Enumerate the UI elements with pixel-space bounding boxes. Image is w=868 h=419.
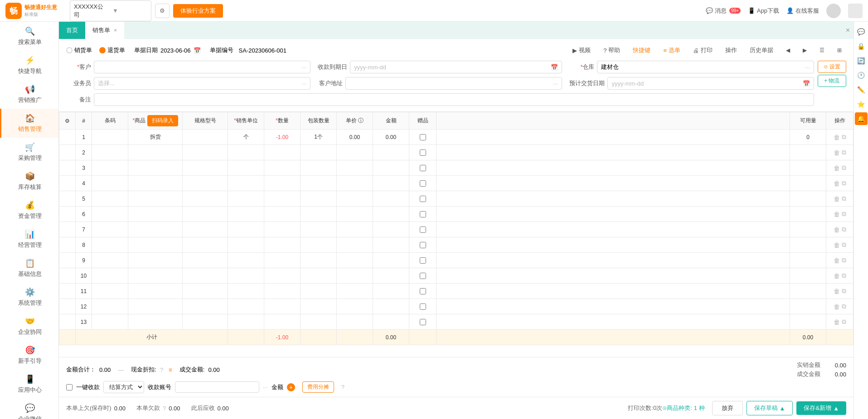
video-button[interactable]: ▶ 视频 xyxy=(568,44,595,56)
company-settings-button[interactable]: ⚙ xyxy=(155,4,170,18)
calendar-icon[interactable]: 📅 xyxy=(194,47,201,54)
online-service-item[interactable]: 👤 在线客服 xyxy=(786,7,819,15)
customer-input[interactable]: ··· xyxy=(94,61,310,73)
sidebar-item-guide[interactable]: 🎯 新手引导 xyxy=(0,341,58,370)
one-click-pay-checkbox[interactable] xyxy=(66,384,73,390)
scan-btn[interactable]: 扫码录入 xyxy=(147,115,178,126)
copy-icon[interactable]: ⧉ xyxy=(842,195,846,202)
setup-button[interactable]: ⊙ 设置 xyxy=(818,61,846,73)
copy-icon[interactable]: ⧉ xyxy=(842,241,846,249)
tab-sales-order[interactable]: 销售单 × xyxy=(85,22,124,39)
copy-icon[interactable]: ⧉ xyxy=(842,149,846,156)
del-icon[interactable]: 🗑 xyxy=(834,180,840,187)
dots-icon[interactable]: ··· xyxy=(263,384,268,390)
copy-icon[interactable]: ⧉ xyxy=(842,164,846,172)
del-icon[interactable]: 🗑 xyxy=(834,195,840,202)
app-download-item[interactable]: 📱 App下载 xyxy=(748,7,779,15)
add-payment-button[interactable]: + xyxy=(287,383,295,391)
operations-button[interactable]: 操作 xyxy=(721,44,742,56)
copy-icon[interactable]: ⧉ xyxy=(842,226,846,233)
copy-icon[interactable]: ⧉ xyxy=(842,287,846,295)
print-button[interactable]: 🖨 打印 xyxy=(689,44,717,56)
row-pack[interactable]: 1个 xyxy=(301,130,337,145)
copy-icon[interactable]: ⧉ xyxy=(842,210,846,218)
row-price[interactable]: 0.00 xyxy=(337,130,373,145)
del-icon[interactable]: 🗑 xyxy=(834,211,840,218)
debt-help-icon[interactable]: ? xyxy=(163,405,166,412)
discount-help-icon[interactable]: ? xyxy=(160,366,163,373)
salesperson-input[interactable]: 选择... ··· xyxy=(94,77,310,90)
row-gift[interactable] xyxy=(409,130,436,145)
prev-button[interactable]: ◀ xyxy=(781,45,795,55)
sidebar-item-inventory[interactable]: 📦 库存核算 xyxy=(0,167,58,196)
sidebar-item-operations[interactable]: 📊 经营管理 xyxy=(0,225,58,254)
rs-star-icon[interactable]: ⭐ xyxy=(855,98,868,111)
logistics-button[interactable]: + 物流 xyxy=(818,75,846,87)
customer-addr-input[interactable]: ··· xyxy=(345,77,562,90)
account-input[interactable] xyxy=(175,381,259,393)
settlement-select[interactable]: 结算方式 xyxy=(103,381,144,393)
notes-input[interactable] xyxy=(94,93,814,106)
customer-dots-icon[interactable]: ··· xyxy=(301,64,306,71)
due-date-calendar-icon[interactable]: 📅 xyxy=(551,64,558,71)
sidebar-item-system[interactable]: ⚙️ 系统管理 xyxy=(0,283,58,312)
addr-dots-icon[interactable]: ··· xyxy=(553,80,558,87)
sidebar-item-wechat[interactable]: 💬 企业微信 xyxy=(0,399,58,419)
save-draft-button[interactable]: 保存草稿 ▲ xyxy=(747,401,793,415)
row-goods[interactable]: 拆货 xyxy=(128,130,183,145)
warehouse-dots-icon[interactable]: ··· xyxy=(805,64,810,71)
del-icon[interactable]: 🗑 xyxy=(834,226,840,233)
due-date-input[interactable]: yyyy-mm-dd 📅 xyxy=(350,61,562,73)
del-icon[interactable]: 🗑 xyxy=(834,257,840,264)
grid-view-button[interactable]: ⊞ xyxy=(833,45,846,55)
del-icon[interactable]: 🗑 xyxy=(834,288,840,295)
copy-icon[interactable]: ⧉ xyxy=(842,179,846,187)
del-icon[interactable]: 🗑 xyxy=(834,318,840,326)
message-item[interactable]: 💬 消息 99+ xyxy=(706,7,741,15)
row-copy-icon[interactable]: ⧉ xyxy=(842,133,846,141)
rs-lock-icon[interactable]: 🔒 xyxy=(855,40,868,53)
sidebar-item-sales[interactable]: 🏠 销售管理 xyxy=(0,109,58,138)
del-icon[interactable]: 🗑 xyxy=(834,303,840,310)
company-selector[interactable]: XXXXXX公司 ▼ xyxy=(70,0,151,21)
close-all-tabs-button[interactable]: × xyxy=(846,26,850,34)
list-view-button[interactable]: ☰ xyxy=(815,45,829,55)
sidebar-item-base-info[interactable]: 📋 基础信息 xyxy=(0,254,58,283)
row-barcode[interactable] xyxy=(92,130,128,145)
salesperson-dots-icon[interactable]: ··· xyxy=(301,80,306,87)
sidebar-item-app-center[interactable]: 📱 应用中心 xyxy=(0,370,58,399)
row-spec[interactable] xyxy=(183,130,228,145)
copy-icon[interactable]: ⧉ xyxy=(842,303,846,310)
sidebar-item-purchase[interactable]: 🛒 采购管理 xyxy=(0,138,58,167)
rs-edit-icon[interactable]: ✏️ xyxy=(855,83,868,96)
copy-icon[interactable]: ⧉ xyxy=(842,272,846,279)
row-unit[interactable]: 个 xyxy=(228,130,264,145)
rs-message-icon[interactable]: 💬 xyxy=(855,25,868,38)
th-settings[interactable]: ⚙ xyxy=(59,112,76,130)
row-amount[interactable]: 0.00 xyxy=(373,130,409,145)
help-button[interactable]: ? 帮助 xyxy=(599,44,625,56)
sidebar-item-finance[interactable]: 💰 资金管理 xyxy=(0,196,58,225)
del-icon[interactable]: 🗑 xyxy=(834,149,840,156)
sidebar-item-search[interactable]: 🔍 搜索菜单 xyxy=(0,22,58,51)
history-button[interactable]: 历史单据 xyxy=(745,44,778,56)
sidebar-item-enterprise[interactable]: 🤝 企业协同 xyxy=(0,312,58,341)
row-qty[interactable]: -1.00 xyxy=(264,130,301,145)
user-menu[interactable] xyxy=(848,4,863,18)
tab-home[interactable]: 首页 xyxy=(59,22,85,39)
copy-icon[interactable]: ⧉ xyxy=(842,318,846,326)
radio-return[interactable]: 退货单 xyxy=(99,46,125,54)
expected-calendar-icon[interactable]: 📅 xyxy=(803,80,810,87)
rs-notification-icon[interactable]: 🔔 xyxy=(855,112,868,125)
tab-close-icon[interactable]: × xyxy=(114,27,117,34)
sidebar-item-marketing[interactable]: 📢 营销推广 xyxy=(0,80,58,109)
rs-refresh-icon[interactable]: 🔄 xyxy=(855,54,868,67)
del-icon[interactable]: 🗑 xyxy=(834,272,840,279)
select-button[interactable]: ≡ 选单 xyxy=(659,44,685,56)
trial-button[interactable]: 体验行业方案 xyxy=(173,4,223,18)
save-new-button[interactable]: 保存&新增 ▲ xyxy=(796,401,846,415)
del-icon[interactable]: 🗑 xyxy=(834,241,840,249)
expected-date-input[interactable]: yyyy-mm-dd 📅 xyxy=(607,77,814,90)
del-icon[interactable]: 🗑 xyxy=(834,164,840,172)
radio-sale[interactable]: 销货单 xyxy=(66,46,92,54)
